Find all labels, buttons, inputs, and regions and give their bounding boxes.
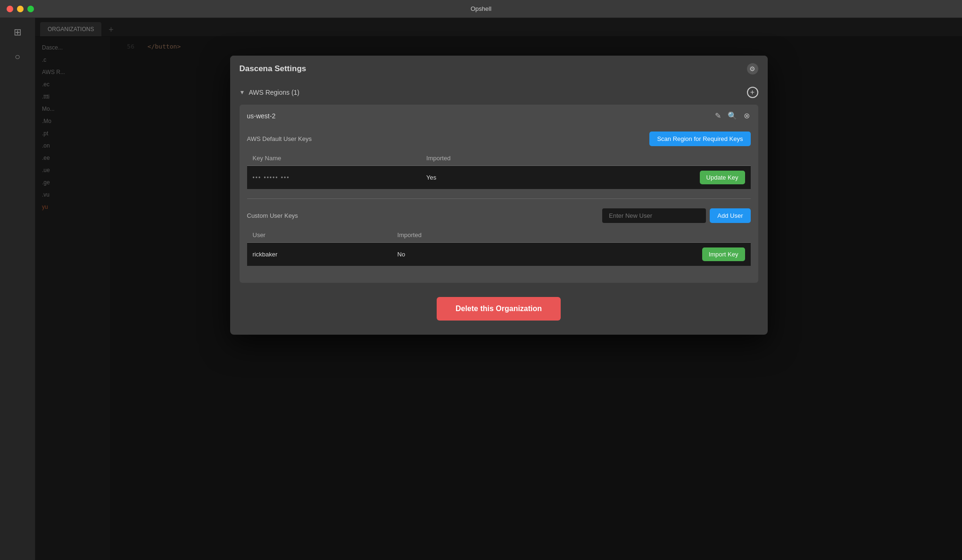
maximize-button[interactable] — [27, 6, 34, 12]
modal-overlay: Dascena Settings ⚙ ▼ AWS Regions (1) + — [35, 18, 962, 560]
default-keys-header-row: Key Name Imported — [247, 151, 751, 166]
region-card: us-west-2 ✎ 🔍 ⊗ AWS Default — [240, 105, 758, 283]
custom-keys-table: User Imported rickbaker No — [247, 228, 751, 266]
custom-keys-label: Custom User Keys — [247, 212, 298, 219]
modal-header: Dascena Settings ⚙ — [230, 56, 768, 82]
modal-title: Dascena Settings — [240, 64, 307, 74]
default-keys-label: AWS Default User Keys — [247, 135, 312, 142]
update-key-cell: Update Key — [548, 166, 751, 189]
default-keys-tbody: ••• ••••• ••• Yes Update Key — [247, 166, 751, 189]
col-imported: Imported — [421, 151, 548, 166]
delete-org-button[interactable]: Delete this Organization — [437, 297, 561, 321]
col-imported-2: Imported — [392, 228, 534, 243]
region-close-button[interactable]: ⊗ — [743, 110, 751, 121]
scan-region-button[interactable]: Scan Region for Required Keys — [649, 132, 750, 146]
masked-key-value: ••• ••••• ••• — [253, 174, 290, 181]
aws-regions-title[interactable]: ▼ AWS Regions (1) — [240, 89, 300, 96]
custom-keys-thead: User Imported — [247, 228, 751, 243]
close-button[interactable] — [7, 6, 13, 12]
col-action — [548, 151, 751, 166]
update-key-button[interactable]: Update Key — [700, 171, 745, 184]
window-title: Opshell — [471, 5, 491, 12]
custom-keys-section: Custom User Keys Add User — [247, 204, 751, 266]
caret-icon: ▼ — [240, 89, 245, 96]
region-action-buttons: ✎ 🔍 ⊗ — [714, 110, 751, 121]
modal-body: ▼ AWS Regions (1) + us-west-2 ✎ 🔍 ⊗ — [230, 82, 768, 335]
table-row: rickbaker No Import Key — [247, 243, 751, 266]
modal-close-button[interactable]: ⚙ — [747, 63, 758, 74]
main-area: ORGANIZATIONS + Dasce... .c AWS R... .ec… — [35, 18, 962, 560]
window-controls — [7, 6, 34, 12]
custom-keys-tbody: rickbaker No Import Key — [247, 243, 751, 266]
aws-regions-section-header: ▼ AWS Regions (1) + — [240, 87, 758, 98]
key-name-cell: ••• ••••• ••• — [247, 166, 421, 189]
import-key-cell: Import Key — [534, 243, 751, 266]
table-row: ••• ••••• ••• Yes Update Key — [247, 166, 751, 189]
divider — [247, 198, 751, 199]
add-region-button[interactable]: + — [747, 87, 758, 98]
titlebar: Opshell — [0, 0, 962, 18]
custom-keys-controls: Add User — [602, 208, 750, 223]
grid-icon[interactable]: ⊞ — [8, 23, 27, 41]
imported-cell-2: No — [392, 243, 534, 266]
imported-cell: Yes — [421, 166, 548, 189]
enter-user-input[interactable] — [602, 208, 706, 223]
custom-keys-header-row: User Imported — [247, 228, 751, 243]
default-keys-table: Key Name Imported ••• ••••• — [247, 151, 751, 189]
default-keys-section: AWS Default User Keys Scan Region for Re… — [247, 127, 751, 189]
import-key-button[interactable]: Import Key — [702, 247, 745, 261]
settings-modal: Dascena Settings ⚙ ▼ AWS Regions (1) + — [230, 56, 768, 335]
minimize-button[interactable] — [17, 6, 24, 12]
icon-sidebar: ⊞ ○ — [0, 18, 35, 560]
add-user-button[interactable]: Add User — [710, 208, 750, 223]
col-action-2 — [534, 228, 751, 243]
user-cell: rickbaker — [247, 243, 392, 266]
region-card-header: us-west-2 ✎ 🔍 ⊗ — [240, 105, 758, 127]
github-icon[interactable]: ○ — [8, 47, 27, 66]
region-search-button[interactable]: 🔍 — [727, 110, 738, 121]
col-user: User — [247, 228, 392, 243]
default-keys-thead: Key Name Imported — [247, 151, 751, 166]
region-card-body: AWS Default User Keys Scan Region for Re… — [240, 127, 758, 283]
delete-section: Delete this Organization — [240, 297, 758, 325]
col-key-name: Key Name — [247, 151, 421, 166]
region-name: us-west-2 — [247, 112, 276, 120]
region-edit-button[interactable]: ✎ — [714, 110, 722, 121]
default-keys-header: AWS Default User Keys Scan Region for Re… — [247, 127, 751, 151]
aws-regions-label: AWS Regions (1) — [249, 89, 299, 96]
custom-keys-header: Custom User Keys Add User — [247, 204, 751, 228]
